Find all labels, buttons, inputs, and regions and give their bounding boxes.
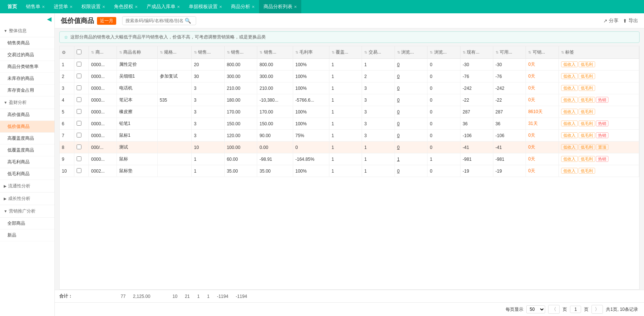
row-select-checkbox[interactable] [77,62,81,67]
export-btn[interactable]: ⬆ 导出 [623,17,638,24]
row-checkbox[interactable] [74,118,88,130]
close-icon[interactable]: ✕ [252,5,255,9]
row-code: 0000... [89,130,117,142]
sidebar-section-1[interactable]: ▼ 盈财分析 [0,96,54,109]
row-sales-price: 150.00 [224,118,257,130]
close-icon[interactable]: ✕ [135,5,138,9]
nav-item-商品分析列表[interactable]: 商品分析列表✕ [259,0,301,13]
row-checkbox[interactable] [74,106,88,118]
nav-item-权限设置[interactable]: 权限设置✕ [77,0,110,13]
sidebar-collapse-btn[interactable]: ◀ [0,13,54,25]
row-days: 0天 [526,94,559,106]
settings-icon[interactable]: ⚙ [62,50,66,55]
col-header-views1[interactable]: ⇅ 浏览... [395,46,427,59]
sidebar-item-商品分类销售率[interactable]: 商品分类销售率 [0,61,54,73]
col-header-settings[interactable]: ⚙ [60,46,74,59]
next-page-btn[interactable]: 〉 [591,305,603,314]
row-select-checkbox[interactable] [77,156,81,161]
sidebar-section-3[interactable]: ▶ 成长性分析 [0,193,54,205]
views1-link[interactable]: 1 [397,157,400,162]
nav-item-角色授权[interactable]: 角色授权✕ [110,0,142,13]
nav-item-商品分析[interactable]: 商品分析✕ [227,0,259,13]
col-header-coverage[interactable]: ⇅ 覆盖... [329,46,362,59]
sidebar-section-4[interactable]: ▼ 营销推广分析 [0,205,54,218]
views1-link[interactable]: 0 [397,86,400,91]
search-input[interactable] [125,18,185,23]
col-header-name[interactable]: ⇅ 商品名称 [117,46,157,59]
sidebar-item-库存资金占用[interactable]: 库存资金占用 [0,85,54,96]
views1-link[interactable]: 0 [397,98,400,103]
row-select-checkbox[interactable] [77,121,81,126]
sidebar-item-未库存的商品[interactable]: 未库存的商品 [0,73,54,85]
row-select-checkbox[interactable] [77,109,81,114]
col-header-checkbox[interactable] [74,46,88,59]
views1-link[interactable]: 0 [397,109,400,115]
nav-item-产成品入库单[interactable]: 产成品入库单✕ [142,0,184,13]
sidebar-item-新品[interactable]: 新品 [0,230,54,241]
close-icon[interactable]: ✕ [42,5,45,9]
tag-低毛利: 低毛利 [578,61,595,67]
close-icon[interactable]: ✕ [219,5,222,9]
search-icon[interactable]: 🔍 [185,18,191,24]
col-header-available[interactable]: ⇅ 可用... [493,46,526,59]
close-icon[interactable]: ✕ [70,5,73,9]
nav-item-销售单[interactable]: 销售单✕ [21,0,49,13]
row-select-checkbox[interactable] [77,145,81,149]
col-header-gross_margin[interactable]: ⇅ 毛利率 [293,46,329,59]
col-header-code[interactable]: ⇅ 商... [89,46,117,59]
row-index: 4 [60,94,74,106]
col-header-spec[interactable]: ⇅ 规格... [157,46,192,59]
row-select-checkbox[interactable] [77,85,81,90]
col-header-tag[interactable]: ⇅ 标签 [559,46,639,59]
col-header-transactions[interactable]: ⇅ 交易... [362,46,395,59]
views1-link[interactable]: 0 [397,62,400,67]
sidebar-item-低价值商品[interactable]: 低价值商品 [0,121,54,133]
sort-icon: ⇅ [160,50,163,54]
close-icon[interactable]: ✕ [102,5,105,9]
sidebar-item-高价值商品[interactable]: 高价值商品 [0,109,54,121]
row-select-checkbox[interactable] [77,97,81,102]
row-checkbox[interactable] [74,59,88,71]
row-sales-qty: 30 [192,71,225,82]
row-select-checkbox[interactable] [77,74,81,78]
row-checkbox[interactable] [74,142,88,153]
sidebar-item-交易过的商品[interactable]: 交易过的商品 [0,49,54,61]
row-checkbox[interactable] [74,153,88,165]
views1-link[interactable]: 0 [397,169,400,174]
nav-item-单据模板设置[interactable]: 单据模板设置✕ [184,0,227,13]
row-checkbox[interactable] [74,82,88,94]
sidebar-item-低毛利商品[interactable]: 低毛利商品 [0,168,54,180]
sidebar-item-高毛利商品[interactable]: 高毛利商品 [0,156,54,168]
views1-link[interactable]: 0 [397,145,400,150]
row-checkbox[interactable] [74,71,88,82]
sidebar-item-低覆盖度商品[interactable]: 低覆盖度商品 [0,145,54,156]
select-all-checkbox[interactable] [77,50,81,54]
row-select-checkbox[interactable] [77,133,81,137]
sidebar-section-0[interactable]: ▼ 整体信息 [0,25,54,37]
sidebar-item-销售类商品[interactable]: 销售类商品 [0,37,54,49]
row-checkbox[interactable] [74,165,88,177]
sidebar-item-全部商品[interactable]: 全部商品 [0,218,54,230]
views1-link[interactable]: 0 [397,74,400,79]
per-page-select[interactable]: 50 100 200 [526,305,545,313]
col-header-current_stock[interactable]: ⇅ 现有... [460,46,493,59]
share-btn[interactable]: ↗ 分享 [603,17,618,24]
views1-link[interactable]: 0 [397,133,400,138]
close-icon[interactable]: ✕ [294,5,297,9]
nav-item-进货单[interactable]: 进货单✕ [49,0,77,13]
row-checkbox[interactable] [74,94,88,106]
col-header-sales_price[interactable]: ⇅ 销售... [224,46,257,59]
views1-link[interactable]: 0 [397,121,400,126]
filter-tag-btn[interactable]: 近一月 [97,17,116,25]
col-header-sales_amount[interactable]: ⇅ 销售... [257,46,293,59]
row-checkbox[interactable] [74,130,88,142]
prev-page-btn[interactable]: 〈 [548,305,560,314]
close-icon[interactable]: ✕ [177,5,180,9]
col-header-views2[interactable]: ⇅ 浏览... [427,46,460,59]
row-select-checkbox[interactable] [77,168,81,173]
col-header-saleable[interactable]: ⇅ 可销... [526,46,559,59]
nav-item-首页[interactable]: 首页 [3,0,21,13]
sidebar-section-2[interactable]: ▶ 流通性分析 [0,180,54,193]
sidebar-item-高覆盖度商品[interactable]: 高覆盖度商品 [0,133,54,145]
col-header-sales_qty[interactable]: ⇅ 销售... [192,46,225,59]
